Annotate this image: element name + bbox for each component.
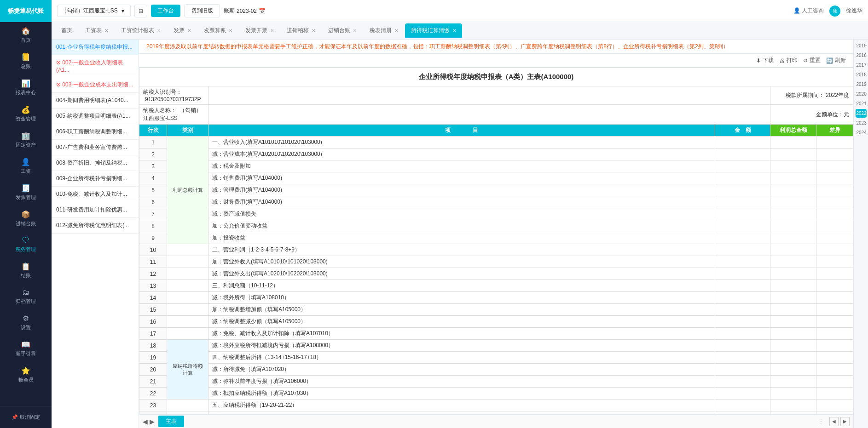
table-row: 21 减：弥补以前年度亏损（填写A106000） (139, 376, 853, 388)
table-row: 3 减：税金及附加 (139, 160, 853, 172)
form-list-item-002[interactable]: 002-一般企业收入明细表(A1... (52, 55, 139, 77)
tab-close[interactable]: ✕ (187, 28, 191, 33)
pin-button[interactable]: 📌 取消固定 (0, 411, 52, 423)
tab-ledger[interactable]: 进销台账 ✕ (322, 23, 363, 38)
form-list-item-004[interactable]: 004-期间费用明细表(A1040... (52, 93, 139, 108)
form-list-item-010[interactable]: 010-免税、减计收入及加计... (52, 187, 139, 202)
sidebar-item-member[interactable]: ⭐ 畅会员 (0, 362, 52, 388)
refresh-button[interactable]: 🔄 刷新 (826, 57, 846, 64)
col-header-category: 类别 (167, 125, 208, 137)
archive-icon: 🗂 (22, 288, 29, 297)
year-2019[interactable]: 2019 (856, 80, 867, 89)
workbench-button[interactable]: 工作台 (151, 5, 180, 17)
company-selector[interactable]: （勾销）江西服宝-LSS ▾ (57, 5, 131, 17)
year-2023[interactable]: 2023 (856, 119, 867, 127)
sidebar-item-settings[interactable]: ⚙ 设置 (0, 309, 52, 336)
tab-close[interactable]: ✕ (104, 28, 108, 33)
table-row: 2 减：营业成本(填写A102010\102020\103000) (139, 148, 853, 160)
purchase-sales-icon: 📦 (21, 210, 30, 219)
tab-income-tax[interactable]: 所得税汇算清缴 ✕ (405, 23, 462, 38)
tab-invoice-issue[interactable]: 发票开票 ✕ (239, 23, 280, 38)
table-row: 15 加：纳税调整增加额（填写A105000） (139, 304, 853, 316)
year-2024[interactable]: 2024 (856, 128, 867, 137)
tax-id-label-cell: 纳税人识别号： 91320500703719732P (139, 86, 208, 105)
form-list-item-009[interactable]: 009-企业所得税补亏损明细... (52, 171, 139, 187)
copy-icon[interactable]: ⊟ (134, 5, 147, 17)
sidebar-item-assets[interactable]: 🏢 固定资产 (0, 127, 52, 153)
form-list-item-001[interactable]: 001-企业所得税年度纳税申报... (52, 40, 139, 55)
table-row: 16 减：纳税调整减少额（填写A105000） (139, 316, 853, 328)
sidebar-item-salary[interactable]: 👤 工资 (0, 153, 52, 179)
tab-close[interactable]: ✕ (312, 28, 315, 33)
tab-payroll-report[interactable]: 工资统计报表 ✕ (115, 23, 167, 38)
tab-close[interactable]: ✕ (229, 28, 232, 33)
form-list-item-007[interactable]: 007-广告费和业务宣传费跨... (52, 140, 139, 155)
nav-left-icon[interactable]: ◀ (143, 418, 148, 425)
year-2018[interactable]: 2018 (856, 70, 867, 79)
table-row: 14 减：境外所得（填写A108010） (139, 292, 853, 304)
nav-right-icon[interactable]: ▶ (150, 418, 155, 425)
main-area: （勾销）江西服宝-LSS ▾ ⊟ 工作台 切到旧版 账期 2023-02 📅 👤… (52, 0, 868, 428)
sidebar-item-tax[interactable]: 🛡 税务管理 (0, 232, 52, 257)
tab-tax-clear[interactable]: 税表清册 ✕ (364, 23, 404, 38)
calendar-icon[interactable]: 📅 (259, 8, 266, 14)
sidebar-item-archive[interactable]: 🗂 归档管理 (0, 284, 52, 309)
tab-invoice-calc[interactable]: 发票算账 ✕ (198, 23, 238, 38)
tabbar: 首页 工资表 ✕ 工资统计报表 ✕ 发票 ✕ 发票算账 ✕ 发票开票 ✕ 进销稽… (52, 22, 868, 40)
year-2020[interactable]: 2020 (856, 90, 867, 98)
sidebar-item-ledger[interactable]: 📒 总账 (0, 48, 52, 74)
switch-old-button[interactable]: 切到旧版 (184, 4, 220, 17)
sidebar-item-purchase-sales[interactable]: 📦 进销台账 (0, 205, 52, 232)
app-logo: 畅捷通易代账 (0, 0, 52, 22)
sidebar: 畅捷通易代账 🏠 首页 📒 总账 📊 报表中心 💰 资金管理 🏢 固定资产 👤 … (0, 0, 52, 428)
sidebar-item-funds[interactable]: 💰 资金管理 (0, 101, 52, 127)
form-list-item-012[interactable]: 012-减免所得税优惠明细表(... (52, 218, 139, 234)
tab-close[interactable]: ✕ (394, 28, 398, 33)
sidebar-item-reports[interactable]: 📊 报表中心 (0, 74, 52, 101)
tab-close[interactable]: ✕ (353, 28, 357, 33)
sidebar-bottom: 📌 取消固定 (0, 406, 52, 428)
sidebar-item-invoice[interactable]: 🧾 发票管理 (0, 179, 52, 205)
main-table: 企业所得税年度纳税申报表（A类）主表(A100000) 纳税人识别号： 9132… (139, 68, 853, 414)
form-list-item-006[interactable]: 006-职工薪酬纳税调整明细... (52, 124, 139, 140)
year-2022[interactable]: 2022 (856, 109, 867, 118)
reset-icon: ↺ (803, 57, 808, 64)
year-2016[interactable]: 2016 (856, 51, 867, 60)
form-list-item-005[interactable]: 005-纳税调整项目明细表(A1... (52, 108, 139, 124)
table-row: 13 三、利润总额（10-11-12） (139, 280, 853, 292)
year-2021[interactable]: 2021 (856, 99, 867, 108)
sidebar-item-home[interactable]: 🏠 首页 (0, 22, 52, 48)
year-2019-top[interactable]: 2019 (856, 41, 867, 50)
scroll-right-btn[interactable]: ▶ (840, 417, 850, 426)
topbar-right: 👤 人工咨询 徐 徐逸华 (793, 6, 862, 17)
guide-icon: 📖 (21, 340, 30, 349)
table-title-row: 企业所得税年度纳税申报表（A类）主表(A100000) (139, 68, 853, 86)
table-footer: ◀ ▶ 主表 ⋮ ◀ ▶ (139, 414, 853, 428)
tab-close[interactable]: ✕ (270, 28, 274, 33)
table-row: 19 四、纳税调整后所得（13-14+15-16-17+18） (139, 352, 853, 364)
table-row: 11 加：营业外收入(填写A101010\101020\103000) (139, 256, 853, 268)
sidebar-item-closing[interactable]: 📋 结账 (0, 257, 52, 284)
pin-icon: 📌 (12, 414, 18, 420)
form-list-item-003[interactable]: 003-一般企业成本支出明细... (52, 77, 139, 93)
tab-invoice[interactable]: 发票 ✕ (168, 23, 197, 38)
year-2017[interactable]: 2017 (856, 61, 867, 69)
company-label-cell: 纳税人名称： （勾销）江西服宝-LSS (139, 105, 208, 125)
form-list-item-008[interactable]: 008-资产折旧、摊销及纳税... (52, 155, 139, 171)
warning-banner: 2019年度涉及取以前年度结转数据的申报表单元格需要手工维护正确，才能保证本年及… (139, 40, 853, 54)
download-button[interactable]: ⬇ 下载 (756, 57, 774, 64)
scroll-left-btn[interactable]: ◀ (829, 417, 839, 426)
member-icon: ⭐ (21, 366, 30, 375)
table-header-row: 行次 类别 项 目 金 额 利润总金额 差异 (139, 125, 853, 137)
form-list-item-011[interactable]: 011-研发费用加计扣除优惠... (52, 202, 139, 218)
user-service[interactable]: 👤 人工咨询 (793, 7, 824, 15)
print-button[interactable]: 🖨 打印 (779, 57, 798, 64)
tab-close-active[interactable]: ✕ (452, 28, 456, 33)
reset-button[interactable]: ↺ 重置 (803, 57, 821, 64)
tab-payroll[interactable]: 工资表 ✕ (79, 23, 114, 38)
tab-home[interactable]: 首页 (55, 23, 78, 38)
sheet-tab[interactable]: 主表 (158, 416, 184, 427)
tab-verify[interactable]: 进销稽核 ✕ (281, 23, 321, 38)
tab-close[interactable]: ✕ (157, 28, 161, 33)
sidebar-item-guide[interactable]: 📖 新手引导 (0, 336, 52, 362)
